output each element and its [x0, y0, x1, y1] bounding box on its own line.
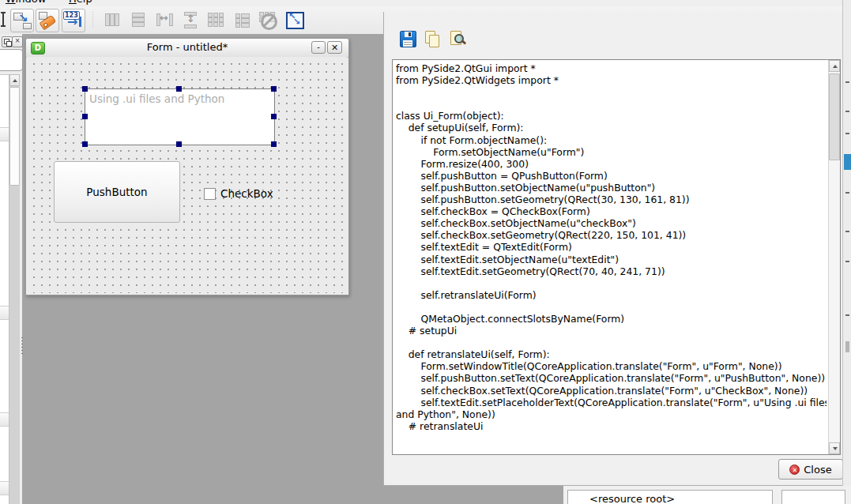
close-button[interactable]: ✕: [327, 41, 342, 54]
resize-handle-middle-right[interactable]: [271, 114, 277, 119]
scrollbar-thumb[interactable]: [829, 73, 840, 160]
textedit-placeholder: Using .ui files and Python: [89, 92, 224, 105]
floppy-shutter: [405, 32, 412, 37]
qcheckbox-widget[interactable]: CheckBox: [204, 183, 273, 204]
checkbox-indicator[interactable]: [204, 188, 216, 200]
grid-cell: [241, 23, 250, 28]
qtextedit-widget[interactable]: Using .ui files and Python: [85, 88, 275, 145]
edit-tab-order-icon[interactable]: 123 →: [62, 9, 85, 32]
floppy-notch: [409, 32, 411, 36]
widget-box-list: [0, 74, 9, 504]
code-line: self.checkBox = QCheckBox(Form): [396, 205, 827, 217]
close-button-label: Close: [804, 464, 831, 476]
scrollbar-fragment: [845, 341, 849, 352]
widget-category-row[interactable]: [0, 412, 9, 427]
minimize-button[interactable]: -: [311, 41, 326, 54]
find-button[interactable]: [449, 30, 468, 49]
code-line: Form.resize(400, 300): [396, 158, 827, 170]
adjust-size-icon[interactable]: ↖ ↘: [284, 9, 306, 31]
right-arrow-glyph: →: [67, 14, 77, 29]
resize-handle-bottom-right[interactable]: [271, 141, 277, 147]
qpushbutton-widget[interactable]: PushButton: [54, 161, 180, 223]
code-line: self.checkBox.setObjectName(u"checkBox"): [396, 217, 827, 229]
widget-category-row[interactable]: [0, 127, 9, 141]
up-arrow-icon: [13, 79, 17, 82]
target-bar-shape: [79, 17, 81, 27]
grid-cell: [208, 22, 213, 27]
h-arrows-glyph: ↔: [160, 12, 168, 24]
clipped-text-fragment: [845, 314, 849, 316]
splitter-vertical-icon[interactable]: ↕: [179, 9, 201, 31]
save-button[interactable]: [399, 30, 418, 49]
widget-box-scrollbar[interactable]: [9, 74, 20, 504]
no-sign-glyph: [261, 13, 277, 30]
copy-icon-front: [429, 35, 439, 47]
code-line: self.textEdit.setObjectName(u"textEdit"): [396, 254, 827, 265]
resize-handle-top-right[interactable]: [271, 86, 277, 92]
selection-highlight-fragment: [844, 154, 851, 170]
code-line: self.retranslateUi(Form): [396, 289, 827, 301]
up-arrow-icon: [833, 65, 838, 68]
form-canvas[interactable]: Using .ui files and Python PushButton Ch…: [27, 57, 347, 293]
code-vertical-scrollbar[interactable]: [828, 60, 840, 454]
resize-handle-top-middle[interactable]: [176, 86, 182, 92]
grid-cell: [235, 23, 240, 28]
break-layout-icon[interactable]: [257, 9, 279, 31]
code-line: # retranslateUi: [396, 420, 827, 432]
dock-float-button[interactable]: [2, 36, 13, 47]
clipped-text-fragment: [845, 81, 849, 83]
code-line: and Python", None)): [396, 408, 827, 420]
layout-vertical-icon[interactable]: [127, 9, 149, 31]
scrollbar-thumb[interactable]: [9, 87, 20, 186]
dock-splitter-handle[interactable]: [21, 337, 23, 355]
form-window-titlebar[interactable]: D Form - untitled* - ✕: [26, 39, 348, 58]
floppy-lines: [404, 42, 412, 46]
edit-widgets-icon[interactable]: [0, 9, 9, 31]
copy-button[interactable]: [424, 30, 442, 49]
clipped-text-fragment: [845, 231, 849, 232]
save-icon: [400, 31, 416, 47]
close-icon: ×: [15, 37, 21, 44]
clipped-text-fragment: [845, 261, 849, 262]
layout-form-icon[interactable]: [232, 9, 254, 31]
code-view[interactable]: from PySide2.QtGui import *from PySide2.…: [392, 59, 841, 455]
toolbar-separator: [92, 12, 94, 28]
ibeam-glyph: [2, 13, 4, 25]
resource-root-item[interactable]: <resource root>: [589, 493, 675, 504]
pushbutton-label: PushButton: [86, 186, 147, 198]
resize-handle-bottom-middle[interactable]: [176, 141, 182, 147]
widget-category-row[interactable]: [0, 306, 9, 320]
float-icon: [4, 39, 9, 44]
resource-tree[interactable]: <resource root>: [567, 490, 773, 504]
code-line: Form.setWindowTitle(QCoreApplication.tra…: [396, 360, 827, 372]
resize-handle-top-left[interactable]: [82, 86, 88, 92]
code-line: Form.setObjectName(u"Form"): [396, 146, 827, 158]
dialog-close-button[interactable]: ✕ Close: [778, 459, 843, 480]
code-line: self.textEdit.setPlaceholderText(QCoreAp…: [396, 397, 827, 408]
clipped-text-fragment: [845, 192, 849, 194]
resize-handle-middle-left[interactable]: [82, 114, 88, 119]
resize-handle-bottom-left[interactable]: [82, 141, 88, 147]
bar-shape: [132, 22, 145, 27]
clipped-text-fragment: [845, 111, 849, 112]
edit-signals-slots-icon[interactable]: ↘: [10, 9, 34, 32]
edit-buddies-icon[interactable]: [36, 9, 59, 32]
widget-category-row[interactable]: [0, 481, 9, 495]
scroll-up-button[interactable]: [9, 74, 20, 86]
grid-cell: [219, 22, 224, 27]
dock-close-button[interactable]: ×: [12, 36, 23, 47]
magnifier-icon: [454, 34, 464, 43]
layout-horizontal-icon[interactable]: [101, 9, 123, 31]
code-line: class Ui_Form(object):: [396, 110, 827, 122]
se-arrow-glyph: ↘: [293, 17, 300, 27]
scroll-up-button[interactable]: [829, 60, 840, 72]
form-window-title: Form - untitled*: [26, 41, 348, 53]
layout-grid-icon[interactable]: [205, 9, 227, 31]
splitter-horizontal-icon[interactable]: ↔: [153, 9, 175, 31]
code-line: self.textEdit.setGeometry(QRect(70, 40, …: [396, 265, 827, 277]
resource-browser-panel: <resource root>: [563, 486, 851, 504]
form-window: D Form - untitled* - ✕ Using .ui files a…: [25, 38, 349, 295]
scroll-down-button[interactable]: [829, 442, 840, 454]
resource-detail-pane[interactable]: [781, 490, 845, 504]
widget-filter-input[interactable]: [0, 49, 23, 71]
